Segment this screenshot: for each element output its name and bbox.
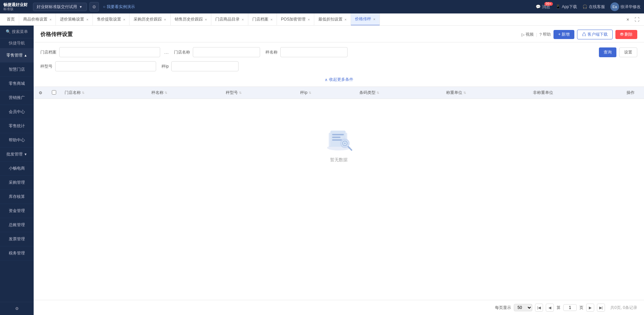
- sidebar-item-小畅电商[interactable]: 小畅电商: [0, 162, 34, 176]
- sidebar-item-资金管理[interactable]: 资金管理: [0, 204, 34, 218]
- sort-icon[interactable]: ⇅: [377, 91, 379, 95]
- scale-model-input[interactable]: [55, 61, 156, 71]
- top-bar: 畅捷通好业财 标准版 好业财标准版交付试用 ▼ ⚙ ○ 我要看实例演示 💬 消息…: [0, 0, 644, 13]
- store-archive-dots[interactable]: ...: [164, 49, 169, 55]
- tab-close-icon[interactable]: ×: [242, 18, 244, 22]
- sidebar-item-label: 采购管理: [9, 180, 25, 185]
- download-button[interactable]: 凸 客户端下载: [577, 30, 612, 39]
- last-page-button[interactable]: ▶|: [597, 304, 605, 312]
- tab-item-销售历史价跟踪[interactable]: 销售历史价跟踪 ×: [171, 13, 211, 26]
- tab-close-icon[interactable]: ×: [49, 18, 51, 22]
- sort-icon[interactable]: ⇅: [239, 91, 242, 95]
- tab-close-icon[interactable]: ×: [308, 18, 310, 22]
- sort-icon[interactable]: ⇅: [463, 91, 466, 95]
- demo-label: 我要看实例演示: [107, 4, 135, 10]
- tab-close-icon[interactable]: ×: [86, 18, 88, 22]
- sort-icon[interactable]: ⇅: [165, 91, 167, 95]
- tab-item-价格传秤[interactable]: 价格传秤 ×: [351, 13, 380, 26]
- sidebar-item-营销推广[interactable]: 营销推广: [0, 91, 34, 105]
- store-archive-input[interactable]: [59, 47, 160, 57]
- sidebar-settings-button[interactable]: ⚙: [0, 302, 34, 315]
- tab-item-门店档案[interactable]: 门店档案 ×: [248, 13, 277, 26]
- tab-item-售价提取设置[interactable]: 售价提取设置 ×: [93, 13, 130, 26]
- store-name-label: 门店名称: [174, 49, 190, 55]
- user-initials: Ea: [612, 5, 617, 9]
- delete-button[interactable]: ⛃ 删除: [615, 30, 637, 39]
- tab-item-进价策略设置[interactable]: 进价策略设置 ×: [56, 13, 93, 26]
- online-service-button[interactable]: 🎧 在线客服: [582, 4, 605, 10]
- sort-icon[interactable]: ⇅: [82, 91, 84, 95]
- tab-close-icon[interactable]: ×: [205, 18, 207, 22]
- tab-close-icon[interactable]: ×: [345, 18, 347, 22]
- scale-name-label: 秤名称: [265, 49, 278, 55]
- store-name-input[interactable]: [193, 47, 260, 57]
- version-chevron-icon: ▼: [79, 5, 82, 9]
- tab-label: 售价提取设置: [97, 16, 121, 22]
- sidebar-item-采购管理[interactable]: 采购管理: [0, 176, 34, 190]
- sidebar-item-税务管理[interactable]: 税务管理: [0, 246, 34, 260]
- tab-close-all-button[interactable]: ×: [624, 16, 631, 23]
- per-page-label: 每页显示: [495, 305, 511, 311]
- sidebar-item-智慧门店[interactable]: 智慧门店: [0, 63, 34, 77]
- col-checkbox[interactable]: [47, 87, 61, 99]
- tab-close-icon[interactable]: ×: [164, 18, 166, 22]
- sidebar-item-发票管理[interactable]: 发票管理: [0, 232, 34, 246]
- config-icon[interactable]: ⚙: [90, 2, 99, 11]
- scale-model-label: 秤型号: [40, 64, 52, 69]
- tab-item-POS加密管理[interactable]: POS加密管理 ×: [277, 13, 314, 26]
- messages-button[interactable]: 💬 消息 99+: [536, 4, 550, 10]
- col-settings[interactable]: ⚙: [34, 87, 47, 99]
- add-button[interactable]: + 新增: [553, 30, 574, 39]
- video-label: 视频: [526, 32, 534, 37]
- tab-expand-button[interactable]: ⛶: [633, 16, 641, 23]
- app-download-button[interactable]: 📱 App下载: [556, 4, 577, 10]
- tab-close-icon[interactable]: ×: [373, 17, 375, 21]
- sidebar-item-库存核算[interactable]: 库存核算: [0, 190, 34, 204]
- sidebar-item-零售统计[interactable]: 零售统计: [0, 119, 34, 133]
- avatar: Ea: [610, 2, 619, 11]
- tab-home[interactable]: 首页: [3, 13, 19, 26]
- tab-label: 价格传秤: [355, 16, 371, 22]
- tab-item-最低折扣设置[interactable]: 最低折扣设置 ×: [314, 13, 351, 26]
- sidebar-item-批发管理[interactable]: 批发管理 ▼: [0, 147, 34, 162]
- header-actions: ▷ 视频 | ? 帮助 + 新增 凸 客户端下载 ⛃ 删除: [522, 30, 637, 39]
- sidebar: 🔍 搜索菜单 快捷导航 零售管理 ▲ 智慧门店 零售商城 营销推广 会员中心 零…: [0, 26, 34, 315]
- first-page-button[interactable]: |◀: [535, 304, 543, 312]
- col-store-name: 门店名称⇅: [61, 87, 147, 99]
- sidebar-item-label: 批发管理: [6, 151, 23, 157]
- sidebar-item-零售商城[interactable]: 零售商城: [0, 77, 34, 91]
- tab-item-采购历史价跟踪[interactable]: 采购历史价跟踪 ×: [130, 13, 170, 26]
- tab-label: 进价策略设置: [60, 16, 84, 22]
- filter-store-name: 门店名称: [174, 47, 260, 57]
- scale-ip-input[interactable]: [171, 61, 239, 71]
- empty-text: 暂无数据: [330, 157, 348, 163]
- tab-item-商品价格设置[interactable]: 商品价格设置 ×: [19, 13, 56, 26]
- video-link[interactable]: ▷ 视频 | ? 帮助: [522, 32, 551, 37]
- demo-button[interactable]: ○ 我要看实例演示: [103, 4, 135, 10]
- filter-area: 门店档案 ... 门店名称 秤名称 查询 设置: [34, 42, 644, 87]
- query-button[interactable]: 查询: [599, 47, 616, 57]
- tab-item-门店商品目录[interactable]: 门店商品目录 ×: [211, 13, 248, 26]
- per-page-select[interactable]: 50 10 20 100: [514, 304, 532, 311]
- sidebar-item-总账管理[interactable]: 总账管理: [0, 218, 34, 232]
- select-all-checkbox[interactable]: [52, 90, 56, 95]
- version-selector[interactable]: 好业财标准版交付试用 ▼: [33, 3, 87, 11]
- online-service-label: 在线客服: [589, 4, 605, 10]
- prev-page-button[interactable]: ◀: [546, 304, 554, 312]
- next-page-button[interactable]: ▶: [586, 304, 594, 312]
- page-input[interactable]: [563, 304, 577, 311]
- settings-filter-button[interactable]: 设置: [619, 47, 637, 57]
- sort-icon[interactable]: ⇅: [309, 91, 311, 95]
- sidebar-item-零售管理[interactable]: 零售管理 ▲: [0, 48, 34, 63]
- tab-close-icon[interactable]: ×: [123, 18, 125, 22]
- sidebar-search[interactable]: 🔍 搜索菜单: [0, 26, 34, 38]
- sidebar-item-label: 税务管理: [9, 250, 25, 256]
- collapse-more-button[interactable]: ∧ 收起更多条件: [40, 75, 637, 84]
- scale-name-input[interactable]: [280, 47, 348, 57]
- sidebar-quick-nav[interactable]: 快捷导航: [0, 38, 34, 48]
- tab-close-icon[interactable]: ×: [271, 18, 273, 22]
- user-menu[interactable]: Ea 徐泽华修改: [610, 2, 641, 11]
- top-bar-right: 💬 消息 99+ 📱 App下载 🎧 在线客服 Ea 徐泽华修改: [536, 2, 641, 11]
- sidebar-item-会员中心[interactable]: 会员中心: [0, 105, 34, 119]
- sidebar-item-帮助中心[interactable]: 帮助中心: [0, 133, 34, 147]
